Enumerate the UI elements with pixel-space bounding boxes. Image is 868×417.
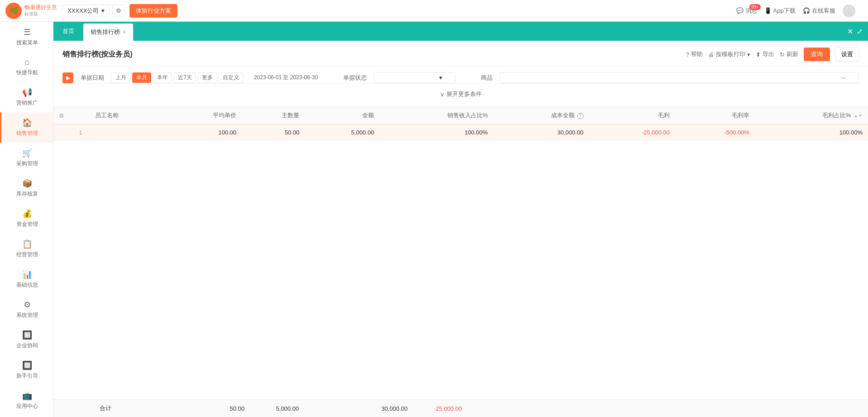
goods-filter-label: 商品 [481,74,493,82]
expand-down-icon: ∨ [440,91,445,98]
avatar[interactable] [843,5,855,17]
footer-total-label: 合计 [100,404,154,412]
app-name: 畅康通好生意 [24,4,57,11]
print-arrow-icon: ▾ [747,51,750,58]
app-download-label: App下载 [773,7,796,15]
print-button[interactable]: 🖨 按模板打印 ▾ [708,50,750,58]
footer-amount: 5,000.00 [245,405,299,412]
col-name: 员工名称 [90,107,166,125]
goods-dots[interactable]: ··· [841,74,846,81]
message-badge: 99+ [749,4,761,10]
export-button[interactable]: ⬆ 导出 [756,50,774,58]
sidebar-item-inventory[interactable]: 📦 库存核算 [0,173,53,203]
filter-toggle-arrow[interactable]: ▶ [62,72,73,83]
sidebar-item-nav[interactable]: ⌂ 快捷导航 [0,52,53,82]
search-menu-icon: ☰ [24,27,31,37]
date-btn-this-year[interactable]: 本年 [153,72,172,83]
row-gross-cell: -25,000.00 [589,125,675,141]
download-icon: 📱 [764,7,772,14]
tab-home[interactable]: 首页 [53,23,83,40]
sidebar-item-finance[interactable]: 💰 资金管理 [0,203,53,234]
sidebar-item-sales[interactable]: 🏠 销售管理 [0,112,53,143]
tab-close-all-icon[interactable]: ✕ [847,27,853,36]
tab-close-icon[interactable]: × [123,29,126,35]
tab-sales-ranking[interactable]: 销售排行榜 × [83,24,133,41]
row-rank-cell: 1 [72,125,90,141]
date-btn-custom[interactable]: 自定义 [219,72,243,83]
sidebar-item-basic-info[interactable]: 📊 基础信息 [0,264,53,294]
tab-label-sales-ranking: 销售排行榜 [91,28,120,36]
sidebar: ☰ 搜索菜单 ⌂ 快捷导航 📢 营销推广 🏠 销售管理 🛒 采购管理 📦 库存核… [0,22,53,417]
logo-area: 🌿 畅康通好生意 标准版 [5,3,59,19]
col-settings[interactable]: ⚙ [53,107,72,125]
table-footer: 合计 50.00 5,000.00 30,000.00 -25,000.00 [53,399,868,417]
apps-icon: 📺 [22,391,32,401]
finance-icon: 💰 [22,209,32,219]
row-amount-cell: 5,000.00 [305,125,379,141]
date-btn-more[interactable]: 更多 [198,72,217,83]
row-settings-cell [53,125,72,141]
sidebar-label-basic-info: 基础信息 [16,281,38,289]
expand-more-button[interactable]: ∨ 展开更多条件 [437,87,484,101]
sidebar-label-search: 搜索菜单 [16,39,38,47]
sidebar-item-search[interactable]: ☰ 搜索菜单 [0,22,53,52]
settings-page-button[interactable]: 设置 [835,47,859,62]
marketing-icon: 📢 [22,87,32,97]
app-download-button[interactable]: 📱 App下载 [764,7,796,15]
sidebar-item-guide[interactable]: 🔲 新手引导 [0,355,53,385]
row-qty-cell: 50.00 [242,125,305,141]
messages-button[interactable]: 💬 消息 99+ [736,7,757,15]
online-service-label: 在线客服 [812,7,835,15]
sidebar-item-collaboration[interactable]: 🔲 企业协同 [0,325,53,355]
footer-gross: -25,000.00 [408,405,462,412]
export-icon: ⬆ [756,51,761,58]
basic-info-icon: 📊 [22,269,32,279]
collaboration-icon: 🔲 [22,330,32,340]
sidebar-item-system[interactable]: ⚙ 系统管理 [0,294,53,325]
tab-expand-icon[interactable]: ⤢ [857,27,863,36]
sidebar-label-nav: 快捷导航 [16,69,38,77]
settings-icon[interactable]: ⚙ [112,5,125,17]
col-rank [72,107,90,125]
sidebar-item-operations[interactable]: 📋 经营管理 [0,234,53,264]
col-amount: 全额 [305,107,379,125]
table-area: ⚙ 员工名称 平均单价 主数量 [53,107,868,399]
footer-cost: 30,000.00 [353,405,408,412]
app-version: 标准版 [24,11,57,17]
date-btn-last-month[interactable]: 上月 [111,72,130,83]
sidebar-label-inventory: 库存核算 [16,190,38,198]
date-btn-7days[interactable]: 近7天 [174,72,196,83]
purchase-icon: 🛒 [22,148,32,158]
footer-qty: 50.00 [199,405,245,412]
guide-icon: 🔲 [22,360,32,370]
system-icon: ⚙ [24,300,31,310]
tab-bar: 首页 销售排行榜 × ✕ ⤢ [53,22,868,41]
trial-button[interactable]: 体验行业方案 [129,4,177,18]
table-row: 1 100.00 50.00 5,000.00 100.00% 30,000.0… [53,125,868,141]
help-button[interactable]: ? 帮助 [686,50,703,58]
online-service-button[interactable]: 🎧 在线客服 [803,7,835,15]
sidebar-label-purchase: 采购管理 [16,160,38,168]
sidebar-item-apps[interactable]: 📺 应用中心 [0,385,53,416]
row-cost-cell: 30,000.00 [493,125,589,141]
sidebar-item-marketing[interactable]: 📢 营销推广 [0,82,53,112]
sidebar-label-apps: 应用中心 [16,403,38,410]
sidebar-label-operations: 经营管理 [16,251,38,259]
date-btn-this-month[interactable]: 本月 [132,72,151,83]
sidebar-item-purchase[interactable]: 🛒 采购管理 [0,143,53,173]
cost-info-icon[interactable]: ? [577,113,584,119]
query-button[interactable]: 查询 [804,48,830,61]
company-selector[interactable]: XXXXX公司 ▾ [62,5,110,17]
row-sales-pct-cell: 100.00% [379,125,493,141]
refresh-button[interactable]: ↻ 刷新 [780,50,798,58]
gross-pct-sort-icon[interactable]: ▲▼ [854,113,863,118]
print-icon: 🖨 [708,51,714,58]
table-settings-icon[interactable]: ⚙ [59,112,64,119]
company-name: XXXXX公司 [67,7,99,15]
operations-icon: 📋 [22,239,32,249]
date-filter-buttons: 上月 本月 本年 近7天 更多 自定义 [111,72,243,83]
status-select-arrow: ▾ [439,74,442,81]
goods-select[interactable]: ··· [500,72,859,83]
logo-icon: 🌿 [5,3,22,19]
status-select[interactable]: ▾ [374,72,456,83]
